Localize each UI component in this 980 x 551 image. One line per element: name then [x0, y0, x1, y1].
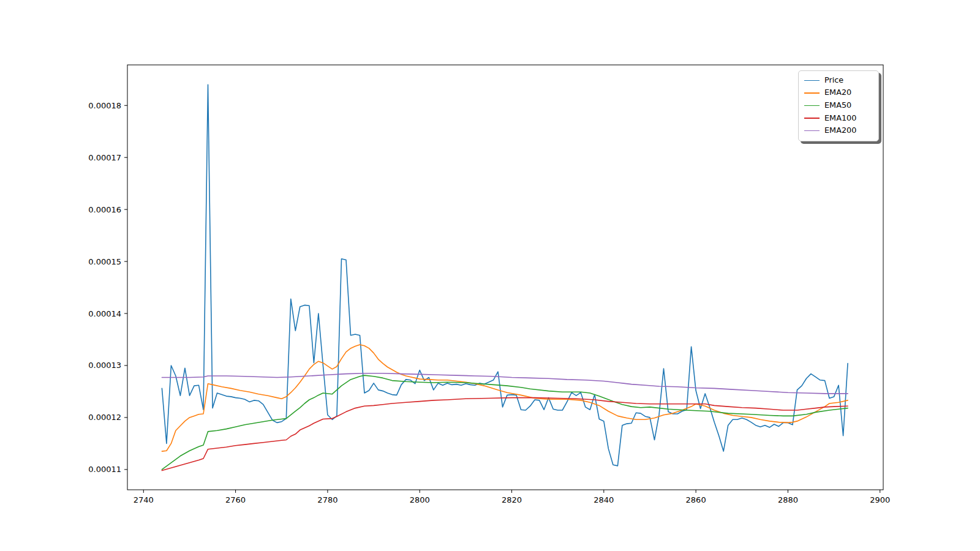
x-tick-label: 2880 — [778, 495, 798, 504]
legend-item-price: Price — [804, 74, 873, 87]
x-tick-label: 2900 — [870, 495, 890, 504]
x-tick-label: 2780 — [317, 495, 337, 504]
figure: 2740276027802800282028402860288029000.00… — [0, 0, 980, 551]
legend-swatch-ema50 — [804, 105, 820, 107]
y-tick-label: 0.00014 — [88, 309, 121, 318]
legend-label-ema50: EMA50 — [824, 102, 851, 110]
y-tick-label: 0.00017 — [88, 153, 121, 162]
y-tick-label: 0.00018 — [88, 101, 121, 110]
legend-label-price: Price — [824, 77, 843, 84]
legend-swatch-ema100 — [804, 118, 820, 119]
series-line-ema200 — [162, 373, 848, 394]
legend-swatch-ema20 — [804, 92, 820, 94]
series-line-price — [162, 84, 848, 466]
legend-swatch-ema200 — [804, 130, 820, 132]
legend-label-ema20: EMA20 — [824, 89, 851, 97]
y-tick-label: 0.00015 — [88, 257, 121, 266]
x-tick-label: 2800 — [410, 495, 430, 504]
y-tick-label: 0.00011 — [88, 465, 121, 474]
legend-item-ema200: EMA200 — [804, 124, 873, 137]
y-tick-label: 0.00016 — [88, 205, 121, 214]
y-tick-label: 0.00012 — [88, 413, 121, 422]
legend-label-ema100: EMA100 — [824, 114, 856, 122]
legend-item-ema100: EMA100 — [804, 112, 873, 125]
x-tick-label: 2840 — [594, 495, 614, 504]
legend-item-ema50: EMA50 — [804, 99, 873, 112]
x-tick-label: 2760 — [225, 495, 246, 504]
legend-label-ema200: EMA200 — [824, 127, 856, 135]
legend-item-ema20: EMA20 — [804, 87, 873, 100]
legend-swatch-price — [804, 80, 820, 81]
x-tick-label: 2820 — [502, 495, 522, 504]
series-line-ema100 — [162, 398, 848, 471]
x-tick-label: 2740 — [134, 495, 154, 504]
y-tick-label: 0.00013 — [88, 361, 121, 370]
legend: Price EMA20 EMA50 EMA100 EMA200 — [798, 70, 879, 141]
x-tick-label: 2860 — [686, 495, 706, 504]
series-line-ema50 — [162, 375, 848, 470]
